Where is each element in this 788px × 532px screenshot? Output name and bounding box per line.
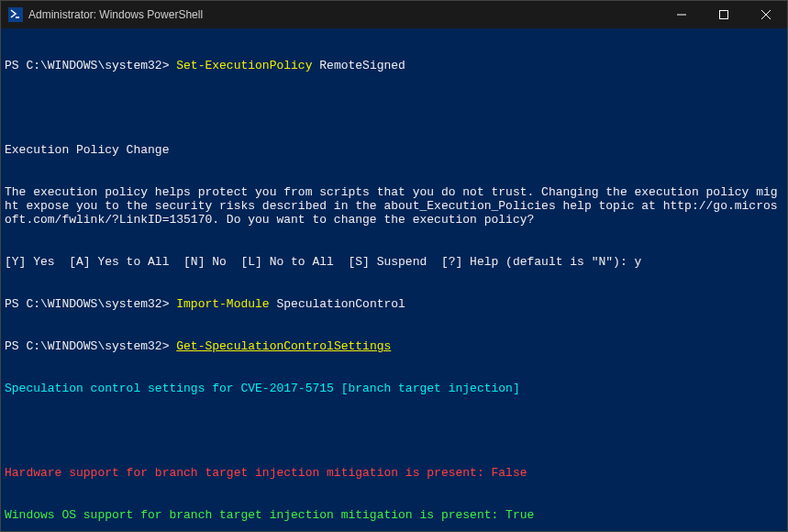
minimize-button[interactable] bbox=[660, 1, 703, 28]
status-line: Hardware support for branch target injec… bbox=[5, 466, 783, 480]
section-cve-5715: Speculation control settings for CVE-201… bbox=[5, 382, 783, 395]
line-cmd3: PS C:\WINDOWS\system32> Get-SpeculationC… bbox=[5, 339, 783, 353]
line-cmd1: PS C:\WINDOWS\system32> Set-ExecutionPol… bbox=[5, 59, 783, 72]
cmd-name: Get-SpeculationControlSettings bbox=[176, 339, 391, 353]
line-cmd2: PS C:\WINDOWS\system32> Import-Module Sp… bbox=[5, 297, 783, 311]
prompt: PS C:\WINDOWS\system32> bbox=[5, 297, 169, 311]
cmd-arg: SpeculationControl bbox=[276, 297, 405, 311]
policy-options: [Y] Yes [A] Yes to All [N] No [L] No to … bbox=[5, 255, 783, 269]
powershell-icon bbox=[8, 7, 23, 22]
window-title: Administrator: Windows PowerShell bbox=[28, 8, 660, 21]
status-line: Windows OS support for branch target inj… bbox=[5, 508, 783, 522]
blank-line bbox=[5, 424, 783, 438]
maximize-button[interactable] bbox=[703, 1, 745, 28]
cmd-name: Import-Module bbox=[176, 297, 269, 311]
svg-rect-2 bbox=[720, 11, 728, 19]
blank-line bbox=[5, 101, 783, 115]
policy-text: The execution policy helps protect you f… bbox=[5, 185, 783, 227]
window-controls bbox=[660, 1, 787, 28]
prompt: PS C:\WINDOWS\system32> bbox=[5, 339, 169, 353]
window-frame: Administrator: Windows PowerShell PS C:\… bbox=[0, 0, 788, 532]
close-button[interactable] bbox=[745, 1, 787, 28]
cmd-name: Set-ExecutionPolicy bbox=[176, 59, 312, 72]
titlebar[interactable]: Administrator: Windows PowerShell bbox=[1, 1, 787, 28]
cmd-arg: RemoteSigned bbox=[319, 59, 405, 72]
terminal-body[interactable]: PS C:\WINDOWS\system32> Set-ExecutionPol… bbox=[1, 28, 787, 531]
prompt: PS C:\WINDOWS\system32> bbox=[5, 59, 169, 72]
policy-header: Execution Policy Change bbox=[5, 143, 783, 157]
